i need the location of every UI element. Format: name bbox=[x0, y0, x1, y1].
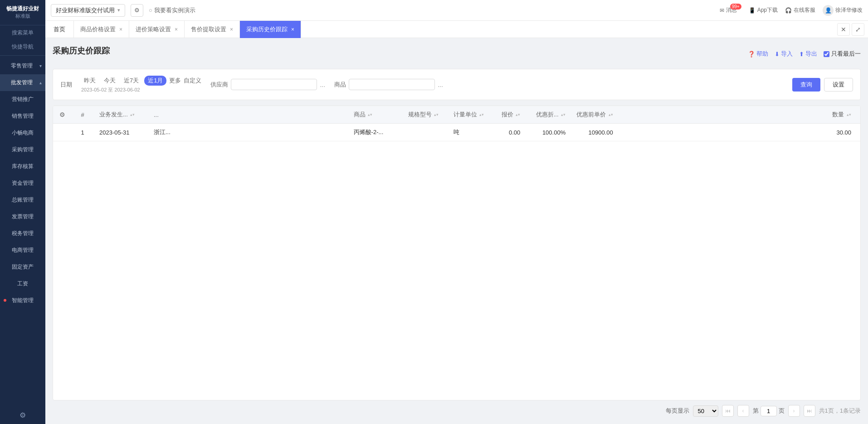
query-button[interactable]: 查询 bbox=[792, 78, 820, 92]
td-undiscount-price: 10900.00 bbox=[571, 124, 619, 141]
tab-close-icon[interactable]: × bbox=[291, 26, 294, 33]
sidebar-item-ledger[interactable]: 总账管理 bbox=[0, 192, 45, 208]
per-page-select[interactable]: 50 10 20 100 bbox=[693, 405, 718, 417]
sidebar-gear-button[interactable]: ⚙ bbox=[0, 406, 45, 424]
date-yesterday-btn[interactable]: 昨天 bbox=[81, 76, 98, 86]
th-qty[interactable]: 数量 ▴▾ bbox=[619, 106, 860, 124]
topbar-settings-button[interactable]: ⚙ bbox=[131, 4, 143, 17]
message-icon: ✉ bbox=[720, 7, 724, 14]
sort-icon: ▴▾ bbox=[130, 113, 135, 117]
filter-actions: 查询 设置 bbox=[792, 78, 853, 92]
maximize-tab-button[interactable]: ⤢ bbox=[852, 23, 864, 36]
sidebar-quick-nav[interactable]: 快捷导航 bbox=[0, 40, 45, 53]
th-unit[interactable]: 计量单位 ▴▾ bbox=[448, 106, 490, 124]
sidebar-item-assets[interactable]: 固定资产 bbox=[0, 259, 45, 275]
supplier-more-icon[interactable]: ... bbox=[320, 81, 325, 88]
page-title: 采购历史价跟踪 bbox=[53, 45, 110, 56]
goods-input[interactable] bbox=[349, 79, 435, 90]
sidebar-item-salary[interactable]: 工资 bbox=[0, 275, 45, 292]
sidebar-item-inventory[interactable]: 库存核算 bbox=[0, 158, 45, 175]
th-date[interactable]: 业务发生... ▴▾ bbox=[94, 106, 148, 124]
first-page-button[interactable]: ⏮ bbox=[722, 405, 734, 417]
demo-button[interactable]: ○ 我要看实例演示 bbox=[149, 6, 195, 14]
sidebar-item-tax[interactable]: 税务管理 bbox=[0, 225, 45, 242]
tab-close-icon[interactable]: × bbox=[230, 26, 233, 33]
tab-home[interactable]: 首页 bbox=[45, 21, 74, 38]
th-discount[interactable]: 优惠折... ▴▾ bbox=[526, 106, 571, 124]
next-page-button[interactable]: › bbox=[788, 405, 800, 417]
sidebar-search[interactable]: 搜索菜单 bbox=[0, 25, 45, 40]
th-more[interactable]: ... bbox=[148, 106, 348, 124]
sidebar-item-smart[interactable]: 智能管理 bbox=[0, 292, 45, 309]
supplier-label: 供应商 bbox=[210, 81, 228, 89]
tabs-actions: ✕ ⤢ bbox=[834, 23, 868, 36]
online-service-button[interactable]: 🎧 在线客服 bbox=[785, 6, 815, 14]
avatar: 👤 bbox=[823, 5, 834, 16]
th-goods[interactable]: 商品 ▴▾ bbox=[348, 106, 403, 124]
th-price[interactable]: 报价 ▴▾ bbox=[489, 106, 526, 124]
supplier-input[interactable] bbox=[231, 79, 317, 90]
th-undiscount-price[interactable]: 优惠前单价 ▴▾ bbox=[571, 106, 619, 124]
date-today-btn[interactable]: 今天 bbox=[101, 76, 118, 86]
tab-goods-price[interactable]: 商品价格设置 × bbox=[74, 21, 129, 38]
goods-more-icon[interactable]: ... bbox=[438, 81, 443, 88]
export-icon: ⬆ bbox=[799, 51, 804, 58]
sort-icon: ▴▾ bbox=[434, 113, 439, 117]
pagination: 每页显示 50 10 20 100 ⏮ ‹ 第 1 页 › ⏭ 共1页，1条记录 bbox=[53, 400, 861, 417]
sidebar-item-sales[interactable]: 销售管理 bbox=[0, 108, 45, 125]
settings-button[interactable]: 设置 bbox=[824, 78, 853, 92]
page-input[interactable]: 1 bbox=[761, 406, 777, 416]
play-icon: ○ bbox=[149, 7, 152, 14]
close-tab-button[interactable]: ✕ bbox=[837, 23, 850, 36]
version-selector[interactable]: 好业财标准版交付试用 ▾ bbox=[51, 4, 125, 17]
date-last7-btn[interactable]: 近7天 bbox=[121, 76, 141, 86]
only-last-checkbox[interactable] bbox=[824, 51, 829, 57]
date-last1m-btn[interactable]: 近1月 bbox=[144, 76, 166, 86]
main-area: 好业财标准版交付试用 ▾ ⚙ ○ 我要看实例演示 ✉ 消息 99+ 📱 App下… bbox=[45, 0, 868, 424]
username-label: 徐泽华修改 bbox=[835, 6, 863, 14]
td-discount: 100.00% bbox=[526, 124, 571, 141]
sidebar-item-ecommerce-small[interactable]: 小畅电商 bbox=[0, 125, 45, 141]
topbar: 好业财标准版交付试用 ▾ ⚙ ○ 我要看实例演示 ✉ 消息 99+ 📱 App下… bbox=[45, 0, 868, 21]
version-label: 好业财标准版交付试用 bbox=[56, 6, 115, 14]
tab-purchase-strategy[interactable]: 进价策略设置 × bbox=[129, 21, 185, 38]
th-spec[interactable]: 规格型号 ▴▾ bbox=[403, 106, 448, 124]
goods-label: 商品 bbox=[334, 81, 346, 89]
table-row: 1 2023-05-31 浙江... 丙烯酸-2-... 吨 0.00 100.… bbox=[53, 124, 860, 141]
tab-close-icon[interactable]: × bbox=[119, 26, 122, 33]
only-last-checkbox-label[interactable]: 只看最后一 bbox=[824, 50, 861, 58]
page-content: 采购历史价跟踪 ❓ 帮助 ⬇ 导入 ⬆ 导出 只看最后一 bbox=[45, 38, 868, 424]
last-page-button[interactable]: ⏭ bbox=[804, 405, 815, 417]
page-indicator: 第 1 页 bbox=[753, 406, 785, 416]
sidebar-item-finance[interactable]: 资金管理 bbox=[0, 175, 45, 192]
sidebar-item-ecommerce[interactable]: 电商管理 bbox=[0, 242, 45, 259]
tab-purchase-strategy-label: 进价策略设置 bbox=[136, 25, 171, 34]
export-button[interactable]: ⬆ 导出 bbox=[799, 50, 817, 58]
sidebar-item-invoice[interactable]: 发票管理 bbox=[0, 208, 45, 225]
message-button[interactable]: ✉ 消息 99+ bbox=[720, 6, 737, 14]
prev-page-button[interactable]: ‹ bbox=[737, 405, 749, 417]
sidebar-item-retail[interactable]: 零售管理 ▾ bbox=[0, 58, 45, 74]
tab-close-icon[interactable]: × bbox=[175, 26, 178, 33]
import-button[interactable]: ⬇ 导入 bbox=[775, 50, 793, 58]
tab-purchase-history[interactable]: 采购历史价跟踪 × bbox=[240, 21, 301, 38]
sort-icon: ▴▾ bbox=[561, 113, 566, 117]
tab-sale-price-label: 售价提取设置 bbox=[191, 25, 226, 34]
help-link[interactable]: ❓ 帮助 bbox=[748, 50, 768, 58]
sidebar-item-purchase[interactable]: 采购管理 bbox=[0, 141, 45, 158]
tab-sale-price[interactable]: 售价提取设置 × bbox=[185, 21, 240, 38]
sidebar-item-marketing[interactable]: 营销推广 bbox=[0, 91, 45, 108]
chevron-down-icon: ▾ bbox=[117, 7, 120, 13]
td-date: 2023-05-31 bbox=[94, 124, 148, 141]
sidebar-divider bbox=[0, 55, 45, 56]
date-more-btn[interactable]: 更多 bbox=[169, 77, 181, 85]
tab-bar: 首页 商品价格设置 × 进价策略设置 × 售价提取设置 × 采购历史价跟踪 × … bbox=[45, 21, 868, 38]
sidebar-item-wholesale[interactable]: 批发管理 ▴ bbox=[0, 74, 45, 91]
th-num: # bbox=[71, 106, 94, 124]
date-custom-btn[interactable]: 自定义 bbox=[184, 77, 201, 85]
app-download-button[interactable]: 📱 App下载 bbox=[749, 6, 778, 14]
user-profile-button[interactable]: 👤 徐泽华修改 bbox=[823, 5, 863, 16]
th-settings[interactable]: ⚙ bbox=[53, 106, 71, 124]
td-price: 0.00 bbox=[489, 124, 526, 141]
app-name: 畅捷通好业财 bbox=[4, 5, 42, 13]
